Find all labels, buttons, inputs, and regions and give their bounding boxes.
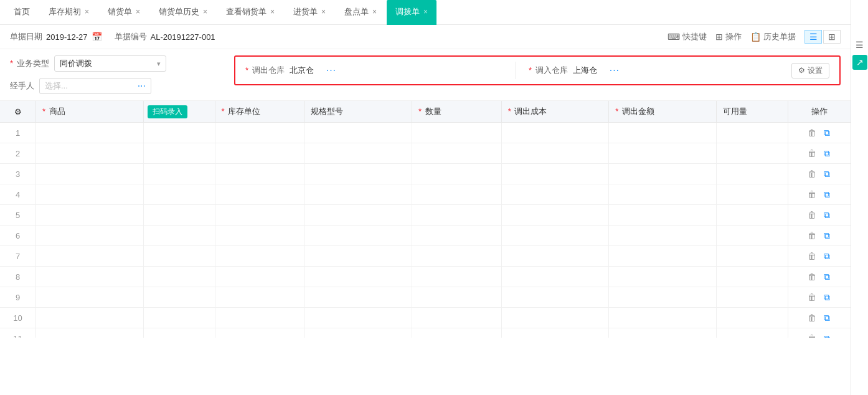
- sidebar-list-icon[interactable]: ☰: [852, 37, 867, 52]
- copy-icon[interactable]: ⧉: [821, 188, 833, 201]
- delete-icon[interactable]: 🗑: [806, 291, 818, 303]
- copy-icon[interactable]: ⧉: [821, 332, 833, 338]
- product-cell[interactable]: [36, 287, 144, 308]
- unit-cell[interactable]: [215, 267, 304, 287]
- tab-transfer-order[interactable]: 调拨单 ×: [387, 0, 436, 25]
- copy-icon[interactable]: ⧉: [821, 229, 833, 242]
- unit-cell[interactable]: [215, 184, 304, 205]
- unit-cell[interactable]: [215, 287, 304, 308]
- amount-cell[interactable]: [609, 308, 717, 328]
- quantity-cell[interactable]: [412, 246, 501, 267]
- delete-icon[interactable]: 🗑: [806, 209, 818, 221]
- spec-cell[interactable]: [304, 287, 412, 308]
- copy-icon[interactable]: ⧉: [821, 168, 833, 180]
- amount-cell[interactable]: [609, 328, 717, 338]
- quantity-cell[interactable]: [412, 308, 501, 328]
- delete-icon[interactable]: 🗑: [806, 188, 818, 201]
- gear-icon[interactable]: ⚙: [14, 107, 22, 117]
- tab-close-view-sales[interactable]: ×: [270, 7, 275, 16]
- spec-cell[interactable]: [304, 226, 412, 246]
- tab-close-sales-order[interactable]: ×: [136, 7, 140, 16]
- product-cell[interactable]: [36, 143, 144, 164]
- cost-cell[interactable]: [501, 205, 609, 226]
- cost-cell[interactable]: [501, 246, 609, 267]
- product-cell[interactable]: [36, 184, 144, 205]
- delete-icon[interactable]: 🗑: [806, 147, 818, 159]
- tab-close-inventory-init[interactable]: ×: [85, 7, 89, 16]
- product-cell[interactable]: [36, 164, 144, 184]
- delete-icon[interactable]: 🗑: [806, 250, 818, 262]
- cost-cell[interactable]: [501, 123, 609, 143]
- handler-more-icon[interactable]: ···: [138, 80, 146, 92]
- copy-icon[interactable]: ⧉: [821, 209, 833, 221]
- copy-icon[interactable]: ⧉: [821, 126, 833, 139]
- quantity-cell[interactable]: [412, 328, 501, 338]
- amount-cell[interactable]: [609, 184, 717, 205]
- delete-icon[interactable]: 🗑: [806, 270, 818, 283]
- amount-cell[interactable]: [609, 246, 717, 267]
- cost-cell[interactable]: [501, 226, 609, 246]
- unit-cell[interactable]: [215, 123, 304, 143]
- quantity-cell[interactable]: [412, 164, 501, 184]
- unit-cell[interactable]: [215, 246, 304, 267]
- spec-cell[interactable]: [304, 267, 412, 287]
- shortcuts-button[interactable]: ⌨ 快捷键: [668, 31, 707, 42]
- unit-cell[interactable]: [215, 308, 304, 328]
- settings-button[interactable]: ⚙ 设置: [791, 63, 829, 79]
- quantity-cell[interactable]: [412, 226, 501, 246]
- tab-inventory-init[interactable]: 库存期初 ×: [40, 0, 98, 25]
- spec-cell[interactable]: [304, 123, 412, 143]
- product-cell[interactable]: [36, 308, 144, 328]
- amount-cell[interactable]: [609, 287, 717, 308]
- cost-cell[interactable]: [501, 143, 609, 164]
- product-cell[interactable]: [36, 267, 144, 287]
- product-cell[interactable]: [36, 123, 144, 143]
- delete-icon[interactable]: 🗑: [806, 229, 818, 242]
- product-cell[interactable]: [36, 205, 144, 226]
- copy-icon[interactable]: ⧉: [821, 312, 833, 324]
- source-warehouse-more-button[interactable]: ···: [326, 65, 336, 76]
- unit-cell[interactable]: [215, 164, 304, 184]
- layout-list-button[interactable]: ☰: [804, 30, 822, 44]
- handler-picker[interactable]: 选择... ···: [39, 78, 151, 94]
- tab-sales-order[interactable]: 销货单 ×: [99, 0, 149, 25]
- tab-inventory-check[interactable]: 盘点单 ×: [336, 0, 385, 25]
- tab-purchase-order[interactable]: 进货单 ×: [285, 0, 334, 25]
- amount-cell[interactable]: [609, 267, 717, 287]
- sidebar-export-icon[interactable]: ↗: [852, 55, 867, 70]
- spec-cell[interactable]: [304, 328, 412, 338]
- spec-cell[interactable]: [304, 184, 412, 205]
- copy-icon[interactable]: ⧉: [821, 291, 833, 303]
- copy-icon[interactable]: ⧉: [821, 250, 833, 262]
- cost-cell[interactable]: [501, 267, 609, 287]
- quantity-cell[interactable]: [412, 184, 501, 205]
- amount-cell[interactable]: [609, 226, 717, 246]
- history-button[interactable]: 📋 历史单据: [750, 31, 796, 42]
- tab-sales-history[interactable]: 销货单历史 ×: [150, 0, 216, 25]
- quantity-cell[interactable]: [412, 143, 501, 164]
- product-cell[interactable]: [36, 328, 144, 338]
- operations-button[interactable]: ⊞ 操作: [715, 31, 742, 42]
- amount-cell[interactable]: [609, 205, 717, 226]
- copy-icon[interactable]: ⧉: [821, 270, 833, 283]
- calendar-icon[interactable]: 📅: [92, 32, 102, 42]
- spec-cell[interactable]: [304, 143, 412, 164]
- quantity-cell[interactable]: [412, 267, 501, 287]
- tab-close-purchase-order[interactable]: ×: [321, 7, 326, 16]
- amount-cell[interactable]: [609, 143, 717, 164]
- cost-cell[interactable]: [501, 184, 609, 205]
- delete-icon[interactable]: 🗑: [806, 168, 818, 180]
- target-warehouse-more-button[interactable]: ···: [610, 65, 620, 76]
- cost-cell[interactable]: [501, 328, 609, 338]
- unit-cell[interactable]: [215, 328, 304, 338]
- tab-home[interactable]: 首页: [5, 0, 39, 25]
- amount-cell[interactable]: [609, 123, 717, 143]
- unit-cell[interactable]: [215, 205, 304, 226]
- unit-cell[interactable]: [215, 226, 304, 246]
- tab-close-transfer-order[interactable]: ×: [423, 7, 428, 16]
- tab-view-sales[interactable]: 查看销货单 ×: [217, 0, 283, 25]
- unit-cell[interactable]: [215, 143, 304, 164]
- quantity-cell[interactable]: [412, 205, 501, 226]
- cost-cell[interactable]: [501, 164, 609, 184]
- spec-cell[interactable]: [304, 308, 412, 328]
